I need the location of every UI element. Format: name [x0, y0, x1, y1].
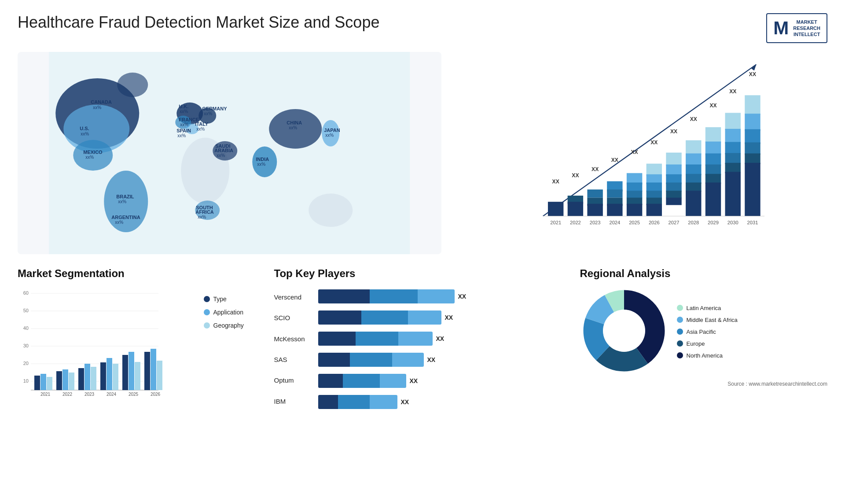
- dot-latin-america: [677, 305, 683, 311]
- svg-rect-95: [705, 164, 720, 175]
- bar-chart-svg: XX XX XX XX XX: [472, 56, 819, 237]
- svg-text:xx%: xx%: [204, 111, 212, 116]
- logo-text: MARKET RESEARCH INTELLECT: [793, 19, 820, 38]
- svg-rect-102: [725, 153, 740, 164]
- svg-rect-76: [646, 204, 661, 216]
- page-title: Healthcare Fraud Detection Market Size a…: [18, 13, 379, 32]
- world-map-container: CANADA xx% U.S. xx% MEXICO xx% BRAZIL xx…: [18, 52, 441, 254]
- svg-rect-85: [686, 140, 701, 155]
- svg-rect-160: [157, 361, 162, 390]
- svg-rect-146: [78, 368, 84, 390]
- svg-rect-154: [122, 355, 128, 390]
- svg-text:U.S.: U.S.: [80, 126, 89, 131]
- svg-rect-99: [725, 113, 740, 130]
- bar-optum: XX: [318, 371, 571, 391]
- svg-rect-67: [626, 191, 642, 198]
- dot-middle-east: [677, 317, 683, 323]
- svg-text:XX: XX: [631, 149, 638, 155]
- label-europe: Europe: [687, 340, 705, 347]
- svg-rect-101: [725, 142, 740, 154]
- svg-text:ARABIA: ARABIA: [214, 148, 233, 153]
- players-title: Top Key Players: [274, 267, 571, 280]
- svg-text:10: 10: [23, 378, 29, 383]
- svg-rect-82: [666, 191, 681, 198]
- svg-rect-61: [607, 190, 622, 198]
- svg-text:XX: XX: [611, 157, 618, 163]
- source-text: Source : www.marketresearchintellect.com: [580, 381, 828, 387]
- svg-text:xx%: xx%: [93, 105, 101, 110]
- legend-dot-geography: [204, 322, 210, 329]
- svg-rect-54: [567, 202, 583, 216]
- svg-text:INDIA: INDIA: [256, 157, 269, 162]
- xx-optum: XX: [410, 377, 418, 384]
- regional-legend: Latin America Middle East & Africa Asia …: [677, 305, 828, 359]
- svg-rect-159: [151, 349, 156, 390]
- legend-geography: Geography: [204, 322, 265, 329]
- svg-text:XX: XX: [749, 71, 756, 77]
- svg-rect-158: [144, 352, 150, 390]
- svg-rect-94: [705, 153, 720, 166]
- svg-rect-103: [725, 163, 740, 173]
- svg-text:U.K.: U.K.: [179, 104, 188, 109]
- svg-text:SPAIN: SPAIN: [176, 128, 191, 133]
- svg-text:ARGENTINA: ARGENTINA: [111, 215, 140, 220]
- player-names-list: Verscend SCIO McKesson SAS Optum IBM: [274, 287, 305, 412]
- svg-text:2023: 2023: [84, 392, 95, 397]
- svg-rect-73: [646, 183, 661, 192]
- svg-text:xx%: xx%: [81, 131, 89, 136]
- reg-latin-america: Latin America: [677, 305, 828, 311]
- xx-scio: XX: [445, 314, 453, 321]
- svg-text:2026: 2026: [151, 392, 161, 397]
- bar-sas: XX: [318, 350, 571, 369]
- svg-rect-69: [626, 204, 642, 216]
- player-bars: XX XX: [318, 287, 571, 412]
- svg-rect-92: [705, 127, 720, 142]
- svg-text:XX: XX: [572, 172, 579, 179]
- bar-verscend: XX: [318, 287, 571, 306]
- svg-text:xx%: xx%: [325, 133, 334, 138]
- svg-text:xx%: xx%: [217, 153, 225, 158]
- svg-text:xx%: xx%: [180, 109, 188, 114]
- svg-text:40: 40: [23, 325, 29, 331]
- svg-rect-107: [745, 113, 760, 131]
- label-middle-east: Middle East & Africa: [687, 317, 738, 323]
- pie-chart: [580, 287, 668, 376]
- svg-text:BRAZIL: BRAZIL: [116, 194, 134, 199]
- xx-sas: XX: [427, 356, 436, 363]
- segmentation-title: Market Segmentation: [18, 267, 265, 280]
- svg-text:xx%: xx%: [85, 155, 94, 160]
- svg-rect-74: [646, 191, 661, 198]
- svg-rect-90: [686, 191, 701, 216]
- svg-text:2024: 2024: [107, 392, 117, 397]
- bar-mckesson: XX: [318, 329, 571, 348]
- svg-rect-63: [607, 204, 622, 216]
- xx-verscend: XX: [458, 293, 467, 300]
- svg-text:xx%: xx%: [198, 215, 206, 219]
- svg-text:xx%: xx%: [196, 127, 205, 131]
- svg-text:2025: 2025: [129, 392, 139, 397]
- svg-text:2023: 2023: [589, 220, 600, 225]
- svg-text:GERMANY: GERMANY: [202, 106, 227, 111]
- svg-text:XX: XX: [709, 102, 716, 109]
- svg-rect-51: [547, 202, 563, 216]
- xx-mckesson: XX: [436, 335, 445, 342]
- svg-text:2030: 2030: [727, 220, 738, 225]
- player-verscend: Verscend: [274, 288, 305, 307]
- svg-rect-109: [745, 142, 760, 155]
- svg-rect-150: [100, 362, 106, 390]
- players-inner: Verscend SCIO McKesson SAS Optum IBM XX: [274, 287, 571, 412]
- svg-rect-148: [91, 367, 96, 390]
- svg-rect-58: [587, 204, 603, 216]
- player-sas: SAS: [274, 350, 305, 369]
- xx-ibm: XX: [401, 398, 409, 405]
- svg-text:30: 30: [23, 343, 29, 348]
- legend-dot-type: [204, 296, 210, 302]
- svg-text:xx%: xx%: [257, 162, 265, 167]
- svg-text:xx%: xx%: [177, 133, 186, 138]
- svg-point-4: [117, 73, 148, 97]
- svg-text:xx%: xx%: [289, 125, 297, 130]
- svg-text:ITALY: ITALY: [195, 121, 209, 127]
- svg-rect-87: [686, 164, 701, 175]
- svg-rect-144: [69, 373, 74, 390]
- pie-svg: [580, 287, 668, 375]
